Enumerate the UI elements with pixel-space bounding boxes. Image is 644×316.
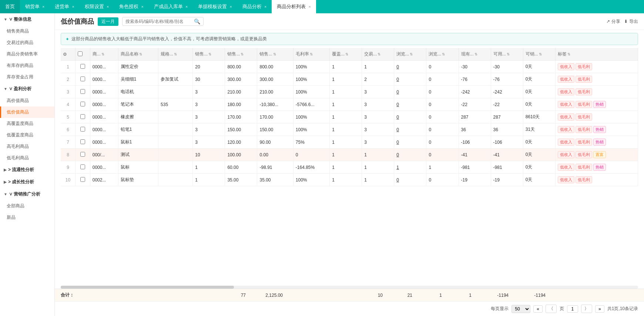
col-header-name[interactable]: 商品名称⇅ <box>118 48 158 61</box>
row-checkbox-input[interactable] <box>80 164 85 169</box>
nav-item-商品分析[interactable]: 商品分析 × <box>237 0 272 13</box>
view-link[interactable]: 0 <box>396 115 399 120</box>
row-checkbox[interactable] <box>76 86 90 98</box>
view1[interactable]: 0 <box>394 174 426 186</box>
nav-close-icon[interactable]: × <box>41 4 44 9</box>
view-link[interactable]: 0 <box>396 152 399 157</box>
sidebar-group-盈利分析[interactable]: ▼∨ 盈利分析 <box>0 83 54 95</box>
search-input[interactable] <box>125 19 192 24</box>
select-all-checkbox[interactable] <box>78 51 83 56</box>
nav-close-icon[interactable]: × <box>71 4 74 9</box>
view1[interactable]: 0 <box>394 61 426 73</box>
scrollbar[interactable] <box>61 286 638 289</box>
nav-close-icon[interactable]: × <box>184 4 188 9</box>
col-header-sale_amount[interactable]: 销售...⇅ <box>225 48 257 61</box>
col-header-code[interactable]: 商...⇅ <box>90 48 118 61</box>
col-header-margin[interactable]: 毛利率⇅ <box>293 48 329 61</box>
nav-item-首页[interactable]: 首页 <box>0 0 20 13</box>
sort-icon[interactable]: ⇅ <box>273 52 276 56</box>
col-header-trade[interactable]: 交易...⇅ <box>362 48 394 61</box>
nav-item-销货单[interactable]: 销货单 × <box>20 0 50 13</box>
row-checkbox-input[interactable] <box>80 77 85 81</box>
sort-icon[interactable]: ⇅ <box>345 52 348 56</box>
view-link[interactable]: 0 <box>396 102 399 107</box>
page-size-select[interactable]: 102050100 <box>511 305 530 313</box>
sidebar-item-高毛利商品[interactable]: 高毛利商品 <box>0 141 54 152</box>
scrollbar-thumb[interactable] <box>61 286 234 289</box>
nav-item-产成品入库单[interactable]: 产成品入库单 × <box>149 0 193 13</box>
sort-icon[interactable]: ⇅ <box>139 52 142 56</box>
sidebar-item-销售类商品[interactable]: 销售类商品 <box>0 26 54 37</box>
view1[interactable]: 0 <box>394 123 426 136</box>
col-header-spec[interactable]: 规格...⇅ <box>158 48 193 61</box>
nav-item-单据模板设置[interactable]: 单据模板设置 × <box>193 0 237 13</box>
row-checkbox[interactable] <box>76 73 90 86</box>
sort-icon[interactable]: ⇅ <box>442 52 445 56</box>
sidebar-group-整体信息[interactable]: ▼∨ 整体信息 <box>0 13 54 26</box>
col-header-view2[interactable]: 浏览...⇅ <box>426 48 459 61</box>
col-header-tags[interactable]: 标签⇅ <box>555 48 638 61</box>
view-link[interactable]: 1 <box>396 165 399 170</box>
view-link[interactable]: 0 <box>396 127 399 132</box>
sort-icon[interactable]: ⇅ <box>241 52 244 56</box>
nav-item-商品分析列表[interactable]: 商品分析列表 × <box>272 0 316 13</box>
nav-item-角色授权[interactable]: 角色授权 × <box>114 0 148 13</box>
view-link[interactable]: 0 <box>396 89 399 95</box>
nav-close-icon[interactable]: × <box>105 4 109 9</box>
sidebar-item-低覆盖度商品[interactable]: 低覆盖度商品 <box>0 129 54 141</box>
row-checkbox[interactable] <box>76 161 90 174</box>
view-link[interactable]: 0 <box>396 64 399 69</box>
row-checkbox[interactable] <box>76 61 90 73</box>
sort-icon[interactable]: ⇅ <box>310 52 313 56</box>
row-checkbox-input[interactable] <box>80 114 85 119</box>
nav-item-权限设置[interactable]: 权限设置 × <box>80 0 114 13</box>
row-checkbox[interactable] <box>76 98 90 111</box>
filter-button[interactable]: 近一月 <box>98 17 118 26</box>
sidebar-item-高价值商品[interactable]: 高价值商品 <box>0 95 54 106</box>
row-checkbox[interactable] <box>76 149 90 161</box>
view1[interactable]: 0 <box>394 149 426 161</box>
page-number-input[interactable] <box>567 305 578 313</box>
view-link[interactable]: 0 <box>396 140 399 145</box>
col-header-available[interactable]: 可用...⇅ <box>491 48 523 61</box>
view1[interactable]: 0 <box>394 73 426 86</box>
sidebar-item-低毛利商品[interactable]: 低毛利商品 <box>0 152 54 164</box>
row-checkbox[interactable] <box>76 111 90 123</box>
sort-icon[interactable]: ⇅ <box>507 52 510 56</box>
sort-icon[interactable]: ⇅ <box>567 52 570 56</box>
sidebar-item-交易过的商品[interactable]: 交易过的商品 <box>0 37 54 48</box>
nav-close-icon[interactable]: × <box>307 4 311 9</box>
nav-close-icon[interactable]: × <box>140 4 143 9</box>
sort-icon[interactable]: ⇅ <box>474 52 477 56</box>
search-icon[interactable]: 🔍 <box>194 18 200 24</box>
nav-item-进货单[interactable]: 进货单 × <box>50 0 79 13</box>
first-page-button[interactable]: « <box>533 305 543 313</box>
row-checkbox-input[interactable] <box>80 89 85 94</box>
sidebar-item-库存资金占用[interactable]: 库存资金占用 <box>0 71 54 83</box>
row-checkbox[interactable] <box>76 174 90 186</box>
sidebar-item-高覆盖度商品[interactable]: 高覆盖度商品 <box>0 118 54 129</box>
row-checkbox-input[interactable] <box>80 152 85 157</box>
sort-icon[interactable]: ⇅ <box>208 52 211 56</box>
col-header-coverage[interactable]: 覆盖...⇅ <box>330 48 362 61</box>
nav-close-icon[interactable]: × <box>263 4 266 9</box>
row-checkbox-input[interactable] <box>80 139 85 144</box>
row-checkbox-input[interactable] <box>80 127 85 132</box>
view1[interactable]: 0 <box>394 136 426 149</box>
sidebar-group-成长性分析[interactable]: ▶> 成长性分析 <box>0 176 54 188</box>
col-header-sale_qty[interactable]: 销售...⇅ <box>193 48 225 61</box>
sidebar-item-低价值商品[interactable]: 低价值商品 <box>0 106 54 118</box>
prev-page-button[interactable]: 〈 <box>546 305 557 313</box>
col-header-current_stock[interactable]: 现有...⇅ <box>459 48 491 61</box>
nav-close-icon[interactable]: × <box>228 4 232 9</box>
view1[interactable]: 1 <box>394 161 426 174</box>
sort-icon[interactable]: ⇅ <box>539 52 542 56</box>
sort-icon[interactable]: ⇅ <box>410 52 413 56</box>
view1[interactable]: 0 <box>394 98 426 111</box>
sidebar-item-新品[interactable]: 新品 <box>0 212 54 223</box>
sidebar-item-商品分类销售率[interactable]: 商品分类销售率 <box>0 48 54 60</box>
sidebar-group-流通性分析[interactable]: ▶> 流通性分析 <box>0 164 54 176</box>
export-button[interactable]: ⬇ 导出 <box>624 18 638 25</box>
row-checkbox[interactable] <box>76 123 90 136</box>
sidebar-group-营销推广分析[interactable]: ▼∨ 营销推广分析 <box>0 188 54 200</box>
